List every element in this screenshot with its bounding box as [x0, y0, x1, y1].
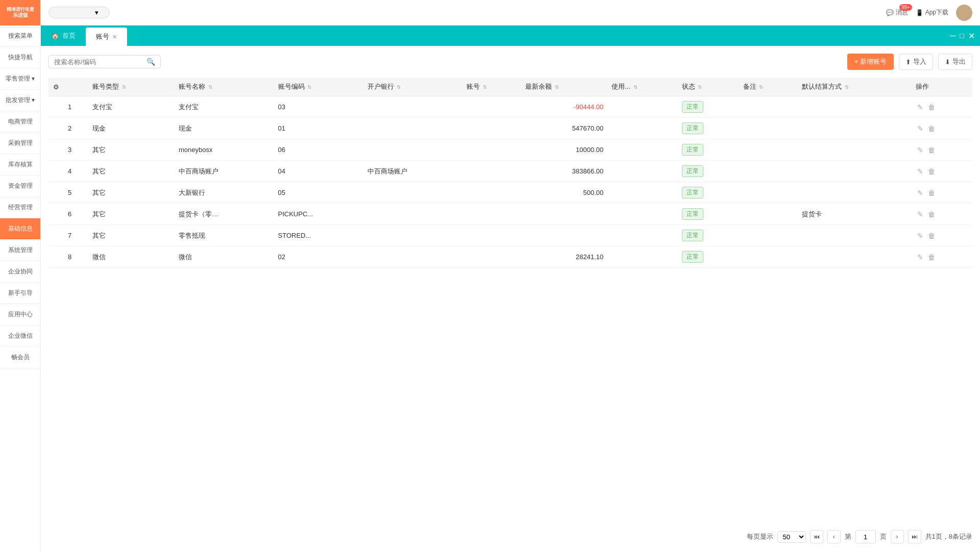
sidebar-item-guide[interactable]: 新手引导 — [0, 283, 40, 304]
app-download-label: App下载 — [925, 8, 948, 17]
tab-home[interactable]: 🏠 首页 — [41, 26, 86, 46]
add-account-button[interactable]: + 新增账号 — [847, 54, 894, 70]
cell-settle-0 — [798, 96, 912, 118]
cell-action-5: ✎ 🗑 — [912, 204, 972, 225]
content-area: 🔍 + 新增账号 ⬆ 导入 ⬇ 导出 ⚙ — [41, 46, 980, 551]
cell-code-6: STORED... — [274, 225, 363, 246]
sidebar-label-search: 搜索菜单 — [3, 32, 38, 40]
cell-bank-5 — [363, 204, 463, 225]
th-remark[interactable]: 备注 ⇅ — [739, 78, 798, 96]
edit-button-5[interactable]: ✎ — [917, 210, 923, 218]
account-search-box[interactable]: 🔍 — [48, 55, 161, 68]
delete-button-1[interactable]: 🗑 — [928, 124, 935, 133]
table-row: 2 现金 现金 01 547670.00 正常 ✎ 🗑 — [48, 118, 972, 139]
th-balance[interactable]: 最新余额 ⇅ — [521, 78, 607, 96]
th-gear[interactable]: ⚙ — [48, 78, 64, 96]
tab-account[interactable]: 账号 ✕ — [86, 28, 127, 46]
cell-balance-0: -90444.00 — [521, 96, 607, 118]
th-account[interactable]: 账号 ⇅ — [462, 78, 521, 96]
delete-button-6[interactable]: 🗑 — [928, 232, 935, 240]
edit-button-4[interactable]: ✎ — [917, 189, 923, 197]
sidebar-item-operations[interactable]: 经营管理 — [0, 197, 40, 218]
sidebar-item-system[interactable]: 系统管理 — [0, 240, 40, 261]
edit-button-6[interactable]: ✎ — [917, 232, 923, 240]
cell-num-3: 4 — [64, 161, 88, 182]
cell-type-7: 微信 — [88, 246, 175, 268]
th-code[interactable]: 账号编码 ⇅ — [274, 78, 363, 96]
total-info: 共1页，8条记录 — [925, 532, 972, 541]
th-usage[interactable]: 使用... ⇅ — [607, 78, 678, 96]
import-button[interactable]: ⬆ 导入 — [899, 54, 933, 70]
cell-gear-0 — [48, 96, 64, 118]
tab-bar: 🏠 首页 账号 ✕ ─ □ ✕ — [41, 26, 980, 46]
cell-account-0 — [462, 96, 521, 118]
account-search-icon[interactable]: 🔍 — [146, 58, 155, 66]
cell-status-2: 正常 — [678, 139, 739, 161]
delete-button-0[interactable]: 🗑 — [928, 103, 935, 111]
th-default-settle[interactable]: 默认结算方式 ⇅ — [798, 78, 912, 96]
per-page-select[interactable]: 50 100 200 — [777, 531, 806, 543]
app-download-button[interactable]: 📱 App下载 — [916, 8, 948, 17]
sidebar-item-corp-wechat[interactable]: 企业微信 — [0, 325, 40, 347]
last-page-button[interactable]: ⏭ — [908, 530, 921, 543]
sidebar-item-membership[interactable]: 畅会员 — [0, 347, 40, 368]
sidebar-item-finance[interactable]: 资金管理 — [0, 176, 40, 197]
cell-num-0: 1 — [64, 96, 88, 118]
page-number-input[interactable] — [855, 530, 876, 543]
sidebar-item-wholesale[interactable]: 批发管理 ▾ — [0, 90, 40, 111]
edit-button-7[interactable]: ✎ — [917, 253, 923, 261]
cell-gear-6 — [48, 225, 64, 246]
message-button[interactable]: 💬 消息 99+ — [886, 8, 908, 17]
cell-num-2: 3 — [64, 139, 88, 161]
tab-close-icon[interactable]: ✕ — [112, 34, 117, 40]
cell-gear-3 — [48, 161, 64, 182]
sidebar-item-app-center[interactable]: 应用中心 — [0, 304, 40, 325]
cell-gear-4 — [48, 182, 64, 204]
first-page-button[interactable]: ⏮ — [810, 530, 823, 543]
cell-action-1: ✎ 🗑 — [912, 118, 972, 139]
user-avatar[interactable] — [956, 5, 972, 21]
th-name[interactable]: 账号名称 ⇅ — [175, 78, 274, 96]
top-search-box[interactable]: ▾ — [48, 7, 110, 18]
account-search-input[interactable] — [54, 58, 146, 66]
sidebar-item-retail[interactable]: 零售管理 ▾ — [0, 68, 40, 90]
window-maximize-icon[interactable]: □ — [960, 32, 964, 40]
delete-button-7[interactable]: 🗑 — [928, 253, 935, 261]
sidebar-item-basic-info[interactable]: 基础信息 — [0, 218, 40, 240]
prev-page-button[interactable]: ‹ — [827, 530, 841, 543]
delete-button-2[interactable]: 🗑 — [928, 146, 935, 154]
cell-account-6 — [462, 225, 521, 246]
cell-remark-4 — [739, 182, 798, 204]
sidebar-item-quick-nav[interactable]: 快捷导航 — [0, 47, 40, 68]
cell-usage-3 — [607, 161, 678, 182]
sidebar-item-enterprise[interactable]: 企业协同 — [0, 261, 40, 283]
delete-button-3[interactable]: 🗑 — [928, 167, 935, 176]
sidebar-label-purchase: 采购管理 — [3, 139, 38, 147]
sidebar-item-inventory[interactable]: 库存核算 — [0, 154, 40, 176]
cell-status-7: 正常 — [678, 246, 739, 268]
sidebar-item-purchase[interactable]: 采购管理 — [0, 133, 40, 154]
next-page-button[interactable]: › — [891, 530, 904, 543]
edit-button-1[interactable]: ✎ — [917, 124, 923, 133]
logo-line2: 乐进版 — [13, 12, 28, 19]
edit-button-3[interactable]: ✎ — [917, 167, 923, 176]
delete-button-4[interactable]: 🗑 — [928, 189, 935, 197]
content-toolbar: 🔍 + 新增账号 ⬆ 导入 ⬇ 导出 — [48, 54, 972, 70]
window-close-icon[interactable]: ✕ — [968, 31, 975, 41]
cell-status-6: 正常 — [678, 225, 739, 246]
th-bank[interactable]: 开户银行 ⇅ — [363, 78, 463, 96]
edit-button-2[interactable]: ✎ — [917, 146, 923, 154]
cell-balance-1: 547670.00 — [521, 118, 607, 139]
sidebar-item-search[interactable]: 搜索菜单 — [0, 26, 40, 47]
sidebar-item-ecommerce[interactable]: 电商管理 — [0, 111, 40, 133]
cell-gear-2 — [48, 139, 64, 161]
top-search-input[interactable] — [54, 9, 95, 16]
cell-usage-7 — [607, 246, 678, 268]
th-status[interactable]: 状态 ⇅ — [678, 78, 739, 96]
delete-button-5[interactable]: 🗑 — [928, 210, 935, 218]
cell-code-4: 05 — [274, 182, 363, 204]
export-button[interactable]: ⬇ 导出 — [938, 54, 972, 70]
th-type[interactable]: 账号类型 ⇅ — [88, 78, 175, 96]
window-minimize-icon[interactable]: ─ — [950, 31, 955, 40]
edit-button-0[interactable]: ✎ — [917, 103, 923, 111]
